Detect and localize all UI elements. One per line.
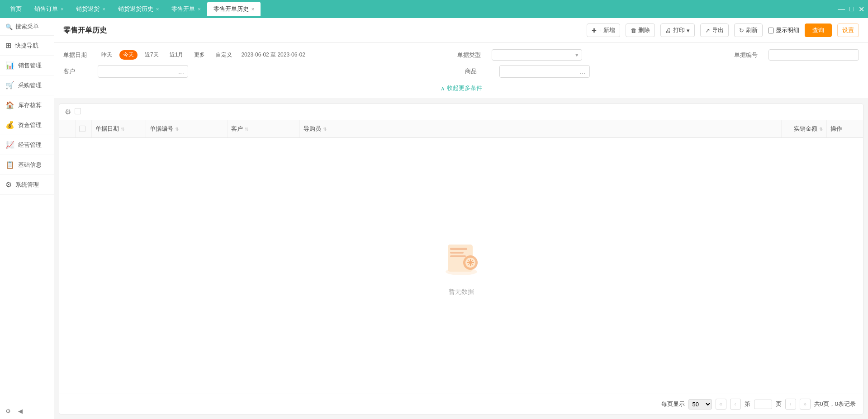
filter-date-options: 昨天 今天 近7天 近1月 更多 自定义 2023-06-02 至 2023-0… bbox=[98, 50, 305, 60]
tab-sales-return[interactable]: 销货退货 × bbox=[70, 2, 111, 16]
close-retail-history[interactable]: × bbox=[251, 6, 254, 12]
table-settings-icon[interactable]: ⚙ bbox=[65, 108, 71, 116]
doc-no-label: 单据编号 bbox=[734, 51, 761, 59]
tab-retail-open[interactable]: 零售开单 × bbox=[165, 2, 207, 16]
system-icon: ⚙ bbox=[5, 180, 12, 189]
sidebar-item-system[interactable]: ⚙ 系统管理 bbox=[0, 175, 54, 195]
sort-date-icon[interactable]: ⇅ bbox=[121, 127, 124, 132]
close-sales-return[interactable]: × bbox=[102, 6, 105, 12]
minimize-btn[interactable]: — bbox=[838, 5, 845, 14]
date-option-more[interactable]: 更多 bbox=[190, 50, 209, 60]
pagination: 每页显示 50 10 20 100 « ‹ 第 1 页 › » 共0页，0条记录 bbox=[59, 394, 863, 414]
th-amount[interactable]: 实销金额 ⇅ bbox=[782, 120, 827, 137]
search-icon: 🔍 bbox=[5, 24, 13, 30]
page-input[interactable]: 1 bbox=[754, 400, 772, 409]
close-btn-window[interactable]: ✕ bbox=[859, 5, 864, 14]
tab-retail-history[interactable]: 零售开单历史 × bbox=[207, 2, 261, 16]
sidebar-item-finance[interactable]: 💰 资金管理 bbox=[0, 115, 54, 135]
delete-button[interactable]: 🗑 删除 bbox=[626, 24, 655, 37]
first-page-btn[interactable]: « bbox=[716, 399, 726, 410]
empty-text: 暂无数据 bbox=[449, 288, 474, 296]
export-button[interactable]: ↗ 导出 bbox=[700, 24, 729, 37]
per-page-select[interactable]: 50 10 20 100 bbox=[688, 399, 712, 410]
display-fields-checkbox[interactable] bbox=[768, 28, 774, 33]
goods-dots-icon[interactable]: ... bbox=[579, 67, 585, 75]
basic-info-icon: 📋 bbox=[5, 160, 14, 169]
svg-rect-2 bbox=[450, 248, 467, 250]
add-button[interactable]: ✚ + 新增 bbox=[587, 24, 620, 37]
sidebar-item-basic-info[interactable]: 📋 基础信息 bbox=[0, 155, 54, 175]
date-option-yesterday[interactable]: 昨天 bbox=[98, 50, 116, 60]
refresh-button[interactable]: ↻ 刷新 bbox=[734, 24, 763, 37]
table-checkbox-all[interactable] bbox=[75, 108, 81, 116]
doc-no-input[interactable] bbox=[768, 49, 859, 61]
customer-input-wrap[interactable]: ... bbox=[98, 65, 188, 78]
date-option-custom[interactable]: 自定义 bbox=[212, 50, 236, 60]
sidebar-item-quick-nav[interactable]: ⊞ 快捷导航 bbox=[0, 36, 54, 56]
date-option-1month[interactable]: 近1月 bbox=[166, 50, 187, 60]
doc-type-label: 单据类型 bbox=[457, 51, 484, 59]
select-all-checkbox[interactable] bbox=[75, 108, 81, 114]
filter-row-2: 客户 ... 商品 ... bbox=[63, 65, 859, 78]
date-option-7days[interactable]: 近7天 bbox=[141, 50, 162, 60]
sidebar-settings-icon[interactable]: ⚙ bbox=[5, 408, 11, 414]
print-chevron-icon: ▾ bbox=[687, 27, 690, 34]
th-customer[interactable]: 客户 ⇅ bbox=[228, 120, 300, 137]
th-guide[interactable]: 导购员 ⇅ bbox=[300, 120, 354, 137]
next-page-btn[interactable]: › bbox=[785, 399, 796, 410]
toolbar: ✚ + 新增 🗑 删除 🖨 打印 ▾ ↗ 导出 ↻ bbox=[587, 24, 859, 37]
sidebar-item-inventory[interactable]: 🏠 库存核算 bbox=[0, 95, 54, 115]
sort-customer-icon[interactable]: ⇅ bbox=[245, 127, 248, 132]
tab-sales-order[interactable]: 销售订单 × bbox=[28, 2, 70, 16]
prev-page-btn[interactable]: ‹ bbox=[730, 399, 741, 410]
last-page-btn[interactable]: » bbox=[800, 399, 811, 410]
table-toolbar: ⚙ bbox=[59, 104, 863, 120]
sort-amount-icon[interactable]: ⇅ bbox=[819, 127, 823, 132]
print-button[interactable]: 🖨 打印 ▾ bbox=[660, 24, 695, 37]
close-retail-open[interactable]: × bbox=[198, 6, 200, 12]
close-sales-order[interactable]: × bbox=[61, 6, 63, 12]
doc-type-select[interactable] bbox=[492, 49, 582, 61]
customer-dots-icon[interactable]: ... bbox=[178, 67, 184, 75]
date-label: 单据日期 bbox=[63, 51, 90, 59]
collapse-link[interactable]: ∧ 收起更多条件 bbox=[63, 82, 859, 94]
refresh-icon: ↻ bbox=[739, 27, 744, 34]
sidebar-item-operations[interactable]: 📈 经营管理 bbox=[0, 135, 54, 155]
sidebar-search[interactable]: 🔍 搜索采单 bbox=[0, 18, 54, 36]
close-sales-return-history[interactable]: × bbox=[156, 6, 159, 12]
table-area: ⚙ 单据日期 ⇅ 单据编号 ⇅ 客户 bbox=[59, 104, 863, 414]
header-checkbox[interactable] bbox=[79, 126, 85, 132]
content-area: 零售开单历史 ✚ + 新增 🗑 删除 🖨 打印 ▾ ↗ 导出 bbox=[54, 18, 868, 419]
collapse-icon: ∧ bbox=[441, 85, 445, 92]
display-fields-checkbox-wrap[interactable]: 显示明细 bbox=[768, 26, 799, 34]
export-icon: ↗ bbox=[705, 27, 710, 34]
svg-rect-3 bbox=[450, 252, 464, 254]
customer-input[interactable] bbox=[102, 68, 178, 75]
query-button[interactable]: 查询 bbox=[805, 24, 832, 37]
sidebar-item-purchase-mgmt[interactable]: 🛒 采购管理 bbox=[0, 75, 54, 95]
goods-input[interactable] bbox=[503, 68, 580, 75]
window-controls: — □ ✕ bbox=[838, 5, 864, 14]
sidebar-item-sales-mgmt[interactable]: 📊 销售管理 bbox=[0, 56, 54, 75]
th-checkbox bbox=[76, 120, 92, 137]
th-doc-no[interactable]: 单据编号 ⇅ bbox=[146, 120, 228, 137]
sales-icon: 📊 bbox=[5, 61, 14, 70]
settings-button[interactable]: 设置 bbox=[837, 24, 859, 37]
empty-state: 暂无数据 bbox=[59, 138, 863, 394]
tab-sales-return-history[interactable]: 销货退货历史 × bbox=[112, 2, 165, 16]
th-action: 操作 bbox=[827, 120, 863, 137]
purchase-icon: 🛒 bbox=[5, 81, 14, 89]
date-option-today[interactable]: 今天 bbox=[119, 50, 138, 60]
tab-home[interactable]: 首页 bbox=[4, 2, 28, 16]
maximize-btn[interactable]: □ bbox=[849, 5, 854, 14]
sidebar-collapse-icon[interactable]: ◀ bbox=[18, 408, 23, 414]
add-icon: ✚ bbox=[592, 27, 597, 34]
tab-bar: 首页 销售订单 × 销货退货 × 销货退货历史 × 零售开单 × 零售开单历史 … bbox=[0, 0, 868, 18]
sort-guide-icon[interactable]: ⇅ bbox=[323, 127, 327, 132]
page-title: 零售开单历史 bbox=[63, 26, 107, 35]
th-date[interactable]: 单据日期 ⇅ bbox=[92, 120, 146, 137]
goods-input-wrap[interactable]: ... bbox=[499, 65, 590, 78]
sort-docno-icon[interactable]: ⇅ bbox=[175, 127, 179, 132]
table-header: 单据日期 ⇅ 单据编号 ⇅ 客户 ⇅ 导购员 ⇅ 实销金额 bbox=[59, 120, 863, 138]
th-settings bbox=[59, 120, 76, 137]
